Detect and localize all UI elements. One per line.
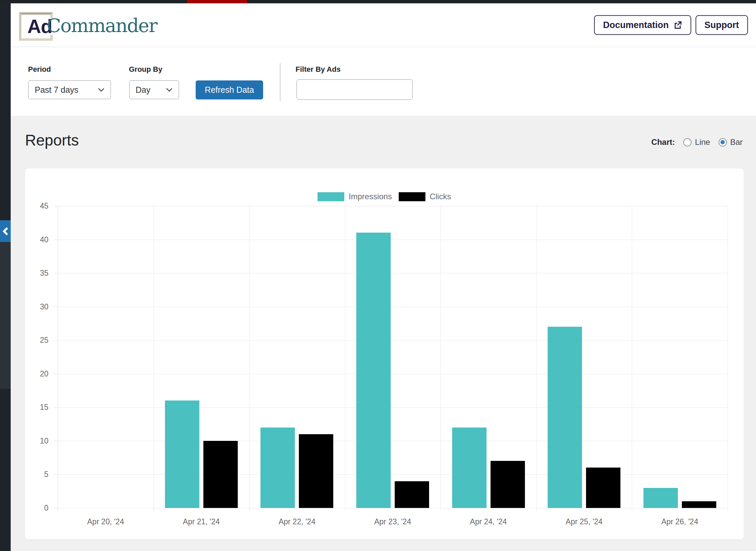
gridline-vertical [632,206,632,511]
radio-line-label: Line [695,137,710,147]
y-axis-line [58,206,58,511]
admin-top-bar [0,0,756,3]
x-axis-label: Apr 20, '24 [58,517,154,526]
bar-chart-plot: 051015202530354045Apr 20, '24Apr 21, '24… [58,206,728,508]
y-axis-label: 0 [27,504,48,512]
gridline-vertical [440,206,441,511]
radio-bar[interactable] [719,138,727,147]
bar-impressions-2 [165,400,199,508]
bar-clicks-4 [395,481,429,508]
external-link-icon [673,21,682,30]
x-axis-label: Apr 24, '24 [440,517,536,526]
y-axis-tick [54,441,58,441]
y-axis-tick [54,407,58,407]
sidebar-lower-segment [0,242,11,389]
gridline-horizontal [58,441,728,441]
header-buttons: Documentation Support [594,15,748,35]
y-axis-tick [54,206,58,206]
gridline-horizontal [58,206,728,206]
bar-impressions-3 [260,428,295,508]
chart-type-toggle: Chart: Line Bar [651,137,743,147]
y-axis-tick [54,508,58,508]
gridline-horizontal [58,407,728,407]
gridline-horizontal [58,273,728,273]
bar-clicks-5 [491,461,525,508]
documentation-button-label: Documentation [603,20,669,30]
reports-section: Reports Chart: Line Bar ImpressionsClick… [11,116,756,551]
legend-swatch-clicks [399,192,425,201]
y-axis-label: 45 [27,202,48,210]
chart-toggle-label: Chart: [651,137,675,147]
page-title: Reports [25,131,79,149]
bar-impressions-6 [548,327,582,508]
period-label: Period [28,65,51,74]
y-axis-label: 20 [27,369,48,378]
legend-item-clicks[interactable]: Clicks [399,192,451,201]
y-axis-label: 5 [27,470,48,479]
collapse-menu-icon [3,227,8,235]
x-axis-label: Apr 21, '24 [154,517,249,526]
chart-type-bar-option[interactable]: Bar [719,137,743,147]
legend-item-impressions[interactable]: Impressions [318,192,392,201]
gridline-horizontal [58,240,728,240]
admin-top-bar-red-segment [187,0,247,3]
y-axis-tick [54,307,58,307]
y-axis-label: 10 [27,437,48,445]
legend-label-impressions: Impressions [349,192,392,201]
radio-line[interactable] [683,138,692,147]
x-axis-label: Apr 22, '24 [249,517,345,526]
period-select[interactable]: Past 7 days [28,80,111,99]
y-axis-label: 25 [27,336,48,344]
sidebar-current-menu-item[interactable] [0,220,11,242]
y-axis-label: 30 [27,302,48,311]
gridline-vertical [249,206,249,511]
x-axis-label: Apr 26, '24 [632,517,728,526]
logo-text-commander: Commander [47,16,157,35]
filter-by-ads-input[interactable] [297,79,413,100]
y-axis-label: 40 [27,235,48,244]
documentation-button[interactable]: Documentation [594,15,691,35]
legend-swatch-impressions [318,192,344,201]
legend-label-clicks: Clicks [430,192,451,201]
gridline-horizontal [58,508,728,508]
bar-clicks-6 [586,468,620,508]
group-by-select[interactable]: Day [129,80,179,99]
header: Ad Commander Documentation Support [11,3,756,47]
bar-clicks-3 [299,434,333,508]
radio-bar-label: Bar [730,137,743,147]
chevron-down-icon [166,88,173,92]
gridline-horizontal [58,307,728,307]
y-axis-tick [54,273,58,273]
x-axis-label: Apr 25, '24 [536,517,632,526]
refresh-data-button[interactable]: Refresh Data [196,80,263,99]
support-button-label: Support [705,20,739,30]
bar-clicks-7 [682,501,716,508]
support-button[interactable]: Support [696,15,748,35]
bar-clicks-2 [203,441,238,508]
gridline-vertical [536,206,537,511]
group-by-label: Group By [129,65,162,74]
bar-impressions-7 [643,488,678,508]
y-axis-label: 15 [27,403,48,411]
chart-type-line-option[interactable]: Line [683,137,710,147]
y-axis-tick [54,240,58,240]
y-axis-tick [54,474,58,475]
filter-bar: Period Past 7 days Group By Day Refresh … [11,47,756,116]
gridline-horizontal [58,374,728,374]
gridline-vertical [154,206,154,511]
chart-legend: ImpressionsClicks [25,192,744,201]
gridline-vertical [728,206,728,511]
group-by-select-value: Day [136,85,150,95]
filter-by-ads-label: Filter By Ads [296,65,341,74]
y-axis-tick [54,340,58,340]
y-axis-label: 35 [27,269,48,277]
gridline-vertical [345,206,345,511]
bar-impressions-5 [452,428,487,508]
gridline-horizontal [58,474,728,475]
x-axis-label: Apr 23, '24 [345,517,441,526]
wp-admin-sidebar [0,3,11,551]
adcommander-logo: Ad Commander [19,12,157,41]
filter-divider [280,63,280,101]
bar-impressions-4 [356,233,391,508]
period-select-value: Past 7 days [35,85,78,95]
